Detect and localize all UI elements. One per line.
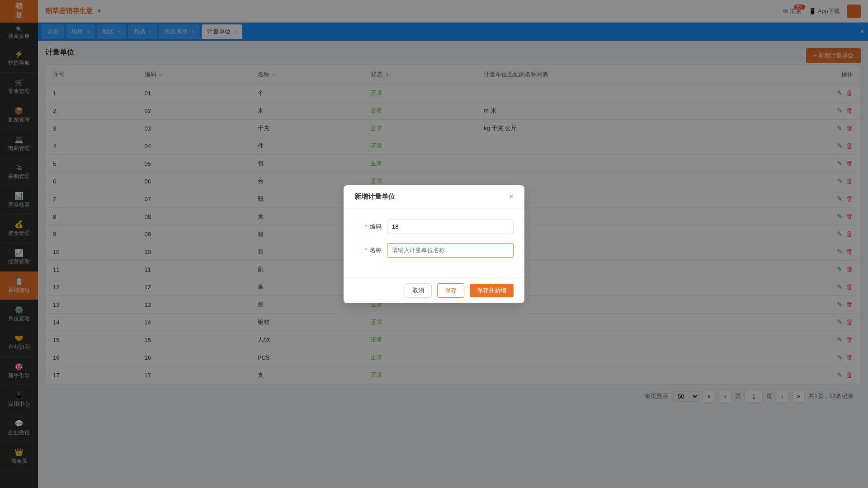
modal-close-button[interactable]: × [509,192,514,201]
modal-body: * 编码 * 名称 [344,209,524,277]
modal-header: 新增计量单位 × [344,185,524,209]
name-input[interactable] [387,243,514,258]
code-form-row: * 编码 [354,220,514,234]
save-and-new-button[interactable]: 保存并新增 [470,284,514,297]
code-label: * 编码 [354,223,382,231]
name-required-mark: * [365,247,367,253]
save-button[interactable]: 保存 [437,283,464,298]
modal-footer: 取消 保存 保存并新增 [344,277,524,303]
code-input[interactable] [387,220,514,234]
add-unit-modal: 新增计量单位 × * 编码 * 名称 取消 保存 保存并新增 [344,185,524,303]
name-form-row: * 名称 [354,243,514,258]
modal-title: 新增计量单位 [354,192,395,201]
cancel-button[interactable]: 取消 [405,283,432,298]
code-required-mark: * [365,223,367,230]
modal-overlay: 新增计量单位 × * 编码 * 名称 取消 保存 保存并新增 [0,0,868,488]
name-label: * 名称 [354,246,382,254]
